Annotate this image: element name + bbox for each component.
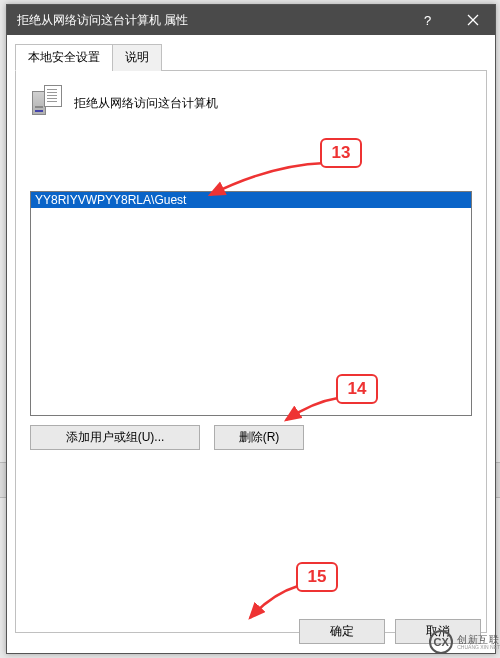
titlebar-controls (405, 5, 495, 35)
arrow-13 (200, 155, 340, 205)
remove-button[interactable]: 删除(R) (214, 425, 304, 450)
help-icon[interactable] (405, 5, 450, 35)
watermark-text: 创新互联 CHUANG XIN NET (457, 635, 500, 650)
close-icon[interactable] (450, 5, 495, 35)
dialog-body: 本地安全设置 说明 拒绝从网络访问这台计算机 YY8RIYVWPYY8RLA\G… (15, 43, 487, 609)
annotation-14: 14 (336, 374, 378, 404)
watermark: CX 创新互联 CHUANG XIN NET (429, 628, 500, 656)
watermark-line1: 创新互联 (457, 635, 500, 645)
tab-strip: 本地安全设置 说明 (15, 43, 487, 71)
tab-local-security[interactable]: 本地安全设置 (15, 44, 113, 71)
policy-header: 拒绝从网络访问这台计算机 (30, 85, 472, 121)
window-title: 拒绝从网络访问这台计算机 属性 (17, 12, 188, 29)
titlebar[interactable]: 拒绝从网络访问这台计算机 属性 (7, 5, 495, 35)
ok-button[interactable]: 确定 (299, 619, 385, 644)
users-listbox[interactable]: YY8RIYVWPYY8RLA\Guest (30, 191, 472, 416)
properties-dialog: 拒绝从网络访问这台计算机 属性 本地安全设置 说明 拒绝从网络访问这台计算机 Y… (6, 4, 496, 654)
action-buttons: 添加用户或组(U)... 删除(R) (30, 425, 304, 450)
annotation-15: 15 (296, 562, 338, 592)
annotation-13: 13 (320, 138, 362, 168)
watermark-line2: CHUANG XIN NET (457, 645, 500, 650)
add-user-button[interactable]: 添加用户或组(U)... (30, 425, 200, 450)
tab-explain[interactable]: 说明 (112, 44, 162, 71)
watermark-logo: CX (429, 630, 453, 654)
policy-title: 拒绝从网络访问这台计算机 (74, 95, 218, 112)
policy-icon (30, 85, 62, 121)
